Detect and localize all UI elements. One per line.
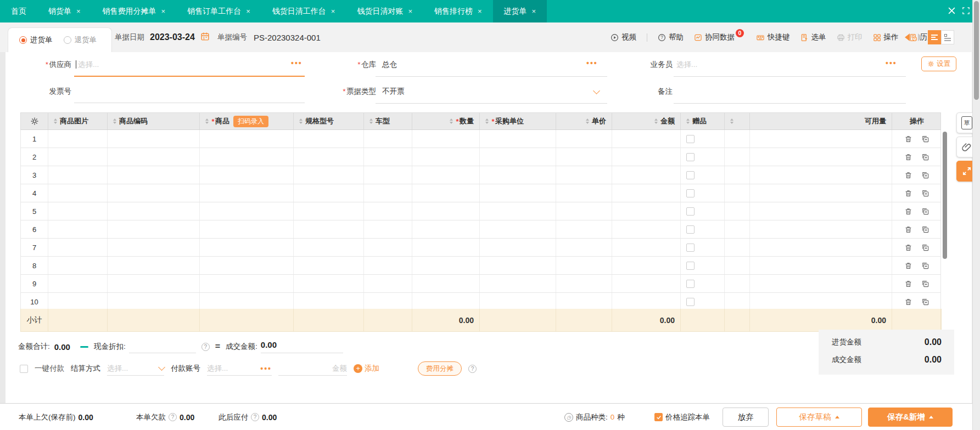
cell-extra[interactable] — [725, 257, 750, 274]
cell-price[interactable] — [556, 220, 612, 238]
cell-extra[interactable] — [725, 239, 750, 256]
cell-extra[interactable] — [725, 130, 750, 148]
cell-price[interactable] — [556, 166, 612, 184]
delete-row-icon[interactable] — [904, 135, 912, 143]
copy-row-icon[interactable] — [921, 225, 929, 234]
copy-row-icon[interactable] — [921, 298, 929, 306]
cell-name[interactable] — [200, 220, 294, 238]
cell-amount[interactable] — [612, 220, 681, 238]
cell-ops[interactable] — [892, 239, 941, 256]
cell-available[interactable] — [750, 257, 892, 274]
cell-qty[interactable] — [412, 293, 480, 309]
action-pick-order[interactable]: 选单 — [800, 32, 826, 42]
gift-checkbox[interactable] — [686, 207, 695, 216]
tab-close-icon[interactable]: × — [161, 7, 166, 15]
cell-amount[interactable] — [612, 166, 681, 184]
cell-ops[interactable] — [892, 275, 941, 292]
cell-code[interactable] — [108, 239, 200, 256]
cell-model[interactable] — [364, 220, 412, 238]
cell-amount[interactable] — [612, 148, 681, 166]
cell-code[interactable] — [108, 202, 200, 220]
cell-code[interactable] — [108, 293, 200, 309]
cell-unit[interactable] — [480, 202, 556, 220]
cell-qty[interactable] — [412, 148, 480, 166]
cell-amount[interactable] — [612, 293, 681, 309]
prev-arrow-icon[interactable] — [905, 33, 910, 41]
cell-available[interactable] — [750, 293, 892, 309]
save-and-new-button[interactable]: 保存&新增 — [868, 408, 953, 427]
cell-extra[interactable] — [725, 275, 750, 292]
cell-name[interactable] — [200, 293, 294, 309]
salesman-input[interactable]: 选择... — [676, 60, 697, 70]
sort-carets-icon[interactable] — [113, 118, 116, 125]
cell-price[interactable] — [556, 202, 612, 220]
cell-gift[interactable] — [681, 220, 725, 238]
cell-ops[interactable] — [892, 293, 941, 309]
cell-amount[interactable] — [612, 257, 681, 274]
sort-carets-icon[interactable] — [730, 118, 733, 125]
payable-help-icon[interactable]: ? — [251, 413, 259, 421]
cell-spec[interactable] — [294, 202, 364, 220]
cell-spec[interactable] — [294, 130, 364, 148]
tab-5[interactable]: 钱货日清对账× — [346, 0, 423, 22]
col-header-price[interactable]: 单价 — [556, 113, 612, 129]
cell-code[interactable] — [108, 220, 200, 238]
cell-model[interactable] — [364, 148, 412, 166]
delete-row-icon[interactable] — [904, 189, 912, 197]
gift-checkbox[interactable] — [686, 135, 695, 143]
date-value[interactable]: 2023-03-24 — [150, 32, 195, 42]
gift-checkbox[interactable] — [686, 225, 695, 234]
price-track-checkbox[interactable] — [654, 413, 663, 421]
cell-extra[interactable] — [725, 184, 750, 202]
cell-amount[interactable] — [612, 202, 681, 220]
col-header-code[interactable]: 商品编码 — [108, 113, 200, 129]
cell-qty[interactable] — [412, 202, 480, 220]
tab-1[interactable]: 销货单× — [37, 0, 92, 22]
col-header-name[interactable]: *商品扫码录入 — [200, 113, 294, 129]
cell-gift[interactable] — [681, 130, 725, 148]
cell-ops[interactable] — [892, 257, 941, 274]
cell-extra[interactable] — [725, 148, 750, 166]
cell-spec[interactable] — [294, 239, 364, 256]
card-view-toggle[interactable] — [941, 30, 954, 44]
sort-carets-icon[interactable] — [450, 118, 453, 125]
cell-price[interactable] — [556, 257, 612, 274]
warehouse-picker-icon[interactable]: ••• — [586, 59, 598, 67]
cell-ops[interactable] — [892, 184, 941, 202]
cell-qty[interactable] — [412, 184, 480, 202]
add-payment-button[interactable]: + 添加 — [354, 364, 379, 374]
bill-type-value[interactable]: 不开票 — [382, 87, 405, 97]
sort-carets-icon[interactable] — [205, 118, 209, 125]
delete-row-icon[interactable] — [904, 225, 912, 234]
one-click-pay-checkbox[interactable] — [20, 365, 28, 373]
expense-share-help-icon[interactable]: ? — [468, 365, 477, 373]
cell-image[interactable] — [48, 275, 108, 292]
cell-spec[interactable] — [294, 166, 364, 184]
pay-account-select[interactable]: 选择... ••• — [207, 361, 272, 376]
cell-available[interactable] — [750, 239, 892, 256]
cell-unit[interactable] — [480, 148, 556, 166]
supplier-input[interactable]: 选择... — [76, 60, 99, 70]
tab-close-icon[interactable]: × — [408, 7, 412, 15]
col-header-ops[interactable]: 操作 — [892, 113, 942, 129]
cell-available[interactable] — [750, 130, 892, 148]
cell-name[interactable] — [200, 184, 294, 202]
calendar-icon[interactable] — [200, 32, 210, 43]
cell-unit[interactable] — [480, 220, 556, 238]
cell-unit[interactable] — [480, 166, 556, 184]
cell-model[interactable] — [364, 202, 412, 220]
cell-qty[interactable] — [412, 166, 480, 184]
cell-spec[interactable] — [294, 257, 364, 274]
cell-model[interactable] — [364, 293, 412, 309]
tab-close-icon[interactable]: × — [532, 7, 536, 15]
col-header-model[interactable]: 车型 — [364, 113, 412, 129]
delete-row-icon[interactable] — [904, 298, 912, 306]
copy-row-icon[interactable] — [921, 153, 929, 161]
gift-checkbox[interactable] — [686, 298, 695, 306]
cell-image[interactable] — [48, 202, 108, 220]
cell-gift[interactable] — [681, 148, 725, 166]
page-scrollbar[interactable] — [972, 0, 980, 430]
cell-available[interactable] — [750, 220, 892, 238]
action-collab-data[interactable]: 协同数据 0 — [694, 32, 746, 42]
discount-help-icon[interactable]: ? — [201, 343, 210, 351]
